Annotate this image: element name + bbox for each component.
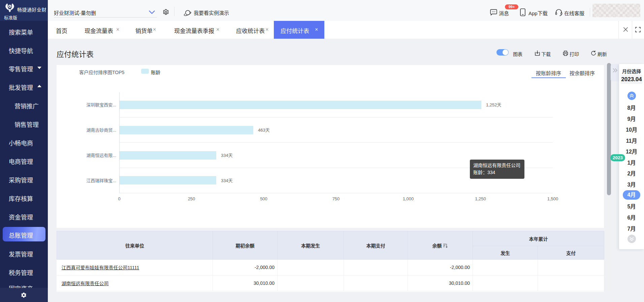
svg-text:1,000: 1,000 xyxy=(403,196,414,201)
svg-text:334天: 334天 xyxy=(221,178,233,183)
svg-text:深圳联宝西安...: 深圳联宝西安... xyxy=(86,102,116,107)
svg-text:334天: 334天 xyxy=(221,153,233,158)
svg-text:1,500: 1,500 xyxy=(547,196,558,201)
svg-text:463天: 463天 xyxy=(258,128,270,133)
svg-text:1,250: 1,250 xyxy=(475,196,486,201)
svg-text:江西瑞祥珠宝...: 江西瑞祥珠宝... xyxy=(86,178,116,183)
svg-text:1,252天: 1,252天 xyxy=(486,102,502,107)
svg-text:500: 500 xyxy=(260,196,267,201)
svg-text:湖南古砂商贸...: 湖南古砂商贸... xyxy=(86,128,116,133)
svg-text:750: 750 xyxy=(332,196,340,201)
svg-text:湖南恒远有限...: 湖南恒远有限... xyxy=(86,153,116,158)
svg-text:250: 250 xyxy=(188,196,195,201)
svg-text:0: 0 xyxy=(118,196,120,201)
